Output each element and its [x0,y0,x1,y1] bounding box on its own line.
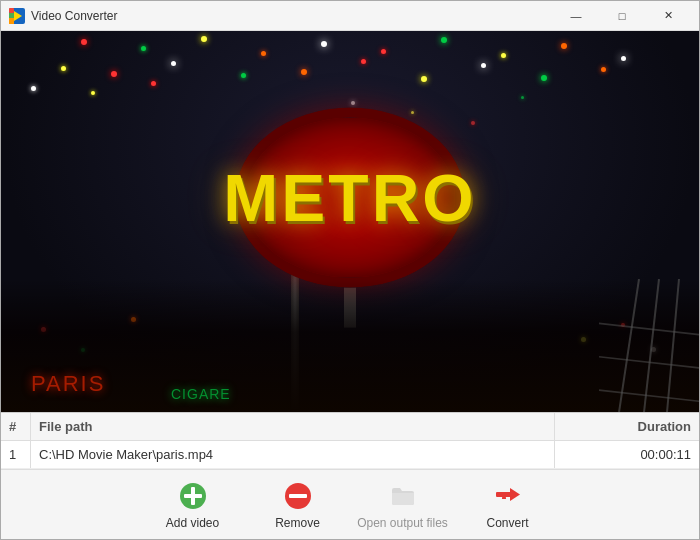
minimize-button[interactable]: — [553,1,599,31]
svg-rect-18 [502,497,506,499]
video-preview: METRO PARIS [1,31,699,412]
open-output-icon [387,480,419,512]
row-duration: 00:00:11 [554,441,699,468]
svg-rect-2 [9,8,14,13]
convert-label: Convert [486,516,528,530]
col-header-duration: Duration [554,413,699,440]
svg-rect-4 [9,18,14,24]
col-header-file-path: File path [31,413,554,440]
metro-scene: METRO PARIS [1,31,699,412]
svg-rect-15 [289,494,307,498]
open-output-label: Open output files [357,516,448,530]
add-video-icon [177,480,209,512]
svg-line-7 [667,279,679,412]
app-icon [9,8,25,24]
remove-button[interactable]: Remove [245,470,350,540]
convert-button[interactable]: Convert [455,470,560,540]
table-row[interactable]: 1 C:\HD Movie Maker\paris.mp4 00:00:11 [1,441,699,469]
svg-line-8 [599,323,699,334]
maximize-button[interactable]: □ [599,1,645,31]
open-output-button[interactable]: Open output files [350,470,455,540]
bottom-darkening: PARIS CIGARE [1,279,699,412]
svg-line-10 [599,390,699,401]
row-num: 1 [1,441,31,468]
window-controls: — □ ✕ [553,1,691,31]
add-video-button[interactable]: Add video [140,470,245,540]
remove-label: Remove [275,516,320,530]
close-button[interactable]: ✕ [645,1,691,31]
toolbar: Add video Remove Open output files [1,469,699,539]
col-header-num: # [1,413,31,440]
titlebar: Video Converter — □ ✕ [1,1,699,31]
svg-marker-17 [510,488,520,501]
window-title: Video Converter [31,9,553,23]
main-window: Video Converter — □ ✕ [0,0,700,540]
file-table: # File path Duration 1 C:\HD Movie Maker… [1,412,699,469]
remove-icon [282,480,314,512]
svg-line-6 [644,279,659,412]
row-file-path: C:\HD Movie Maker\paris.mp4 [31,441,554,468]
add-video-label: Add video [166,516,219,530]
svg-rect-3 [9,13,14,18]
metro-sign-text: METRO [223,159,476,235]
convert-icon [492,480,524,512]
table-header: # File path Duration [1,413,699,441]
svg-rect-13 [184,494,202,498]
